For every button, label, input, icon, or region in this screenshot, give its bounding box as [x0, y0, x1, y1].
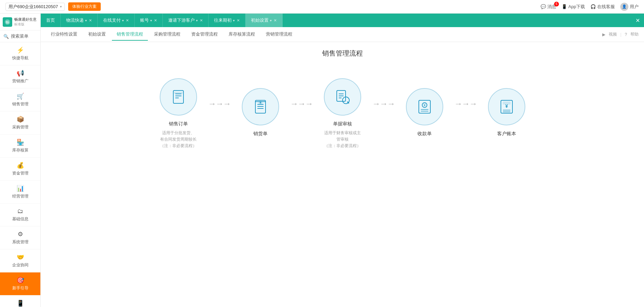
sidebar-search[interactable]: 🔍 搜索菜单: [0, 30, 40, 42]
video-help-icon: ▶: [602, 32, 605, 37]
nav-tab-chevron-5: ▾: [233, 19, 235, 22]
flow-diagram: 销售订单适用于分批发货、 有合同发货周期较长 （注：非必要流程）→→→ 销货单→…: [47, 71, 637, 163]
nav-tabs-container: 首页物流快递 ▾✕在线支付 ▾✕账号 ▾✕邀请下游客户 ▾✕往来期初 ▾✕初始设…: [41, 14, 631, 27]
nav-tab-close-5[interactable]: ✕: [237, 18, 240, 23]
enterprise-coop-icon: 🤝: [17, 253, 24, 261]
system-label: 系统管理: [12, 239, 28, 245]
sidebar-items-container: ⚡快捷导航📢营销推广🛒销售管理📦采购管理🏪库存核算💰资金管理📊经营管理🗂基础信息…: [0, 42, 40, 307]
nav-tab-chevron-4: ▾: [196, 19, 198, 22]
nav-tab-2[interactable]: 在线支付 ▾✕: [98, 14, 135, 27]
trial-button[interactable]: 体验行业方案: [68, 2, 101, 11]
close-all-tabs-button[interactable]: ✕: [631, 17, 644, 24]
nav-tab-1[interactable]: 物流快递 ▾✕: [61, 14, 98, 27]
flow-circle-customer-account: ¥: [488, 88, 525, 125]
sub-tab-6[interactable]: 营销管理流程: [261, 28, 297, 41]
user-label: 用户: [630, 4, 639, 10]
nav-tabs: 首页物流快递 ▾✕在线支付 ▾✕账号 ▾✕邀请下游客户 ▾✕往来期初 ▾✕初始设…: [41, 14, 644, 27]
nav-tab-close-4[interactable]: ✕: [200, 18, 203, 23]
marketing-label: 营销推广: [12, 78, 28, 84]
online-service-item[interactable]: 🎧 在线客服: [590, 4, 615, 10]
sub-tab-5[interactable]: 库存核算流程: [224, 28, 260, 41]
flow-step-desc-sales-order: 适用于分批发货、 有合同发货周期较长 （注：非必要流程）: [160, 130, 197, 149]
inventory-icon: 🏪: [17, 139, 24, 146]
app-layout: 畅 畅康通好生意 标准版 🔍 搜索菜单 ⚡快捷导航📢营销推广🛒销售管理📦采购管理…: [0, 14, 644, 307]
sub-tab-3[interactable]: 采购管理流程: [149, 28, 185, 41]
quick-nav-icon: ⚡: [17, 46, 24, 54]
nav-tab-chevron-3: ▾: [150, 19, 152, 22]
user-item[interactable]: 👤 用户: [620, 3, 639, 11]
sidebar-item-operation[interactable]: 📊经营管理: [0, 181, 40, 204]
sidebar-item-quick-nav[interactable]: ⚡快捷导航: [0, 42, 40, 65]
sub-tab-0[interactable]: 行业特性设置: [46, 28, 82, 41]
sub-tab-4[interactable]: 资金管理流程: [187, 28, 222, 41]
sidebar-item-system[interactable]: ⚙系统管理: [0, 226, 40, 249]
new-guide-icon: 🎯: [17, 277, 24, 284]
nav-tab-3[interactable]: 账号 ▾✕: [135, 14, 163, 27]
message-icon: 💬: [541, 4, 546, 9]
flow-step-sales-invoice[interactable]: 销货单: [233, 88, 288, 140]
nav-tab-chevron-2: ▾: [122, 19, 124, 22]
company-selector[interactable]: 用户690企业1660120507 ▾: [5, 3, 65, 11]
basic-icon: 🗂: [17, 208, 23, 215]
flow-step-audit[interactable]: 单据审核适用于财务审核或主 管审核 （注：非必要流程）: [315, 78, 370, 149]
logo-name: 畅康通好生意: [14, 17, 37, 22]
flow-arrow-1: →→→: [206, 99, 233, 108]
avatar: 👤: [620, 3, 628, 11]
sidebar-item-enterprise-coop[interactable]: 🤝企业协同: [0, 249, 40, 272]
inventory-label: 库存核算: [12, 147, 28, 153]
sidebar-item-inventory[interactable]: 🏪库存核算: [0, 135, 40, 158]
flow-arrow-2: →→→: [288, 99, 315, 108]
app-download-item[interactable]: 📱 App下载: [562, 4, 585, 10]
finance-label: 资金管理: [12, 170, 28, 176]
flow-step-receipt[interactable]: ¥ 收款单: [397, 88, 452, 140]
svg-text:畅: 畅: [6, 20, 9, 24]
flow-step-customer-account[interactable]: ¥ 客户账本: [480, 88, 534, 140]
flow-circle-audit: [324, 78, 361, 116]
nav-tab-6[interactable]: 初始设置 ▾✕: [246, 14, 282, 27]
sidebar-search-label: 搜索菜单: [11, 33, 28, 39]
app-download-icon: 📱: [562, 4, 567, 9]
marketing-icon: 📢: [17, 69, 24, 77]
sidebar-item-marketing[interactable]: 📢营销推广: [0, 65, 40, 88]
sidebar: 畅 畅康通好生意 标准版 🔍 搜索菜单 ⚡快捷导航📢营销推广🛒销售管理📦采购管理…: [0, 14, 41, 307]
flow-step-sales-order[interactable]: 销售订单适用于分批发货、 有合同发货周期较长 （注：非必要流程）: [151, 78, 206, 149]
app-center-icon: 📱: [17, 300, 24, 307]
nav-tab-close-1[interactable]: ✕: [89, 18, 92, 23]
nav-tab-close-2[interactable]: ✕: [126, 18, 129, 23]
sidebar-item-app-center[interactable]: 📱应用中心: [0, 295, 40, 307]
enterprise-coop-label: 企业协同: [12, 262, 28, 268]
operation-label: 经营管理: [12, 193, 28, 199]
page-title: 销售管理流程: [47, 49, 637, 58]
nav-tab-0[interactable]: 首页: [41, 14, 61, 27]
nav-tab-4[interactable]: 邀请下游客户 ▾✕: [163, 14, 209, 27]
message-icon-item[interactable]: 💬 消息 6: [541, 4, 556, 10]
sidebar-item-sales[interactable]: 🛒销售管理: [0, 88, 40, 111]
nav-tab-label-0: 首页: [46, 17, 55, 23]
company-name: 用户690企业1660120507: [8, 4, 58, 10]
search-icon: 🔍: [3, 34, 9, 39]
sub-tab-1[interactable]: 初始设置: [83, 28, 111, 41]
top-bar-right: 💬 消息 6 📱 App下载 🎧 在线客服 👤 用户: [541, 3, 639, 11]
nav-tab-5[interactable]: 往来期初 ▾✕: [209, 14, 246, 27]
nav-tab-close-6[interactable]: ✕: [274, 18, 277, 23]
flow-circle-sales-invoice: [242, 88, 279, 125]
flow-step-name-audit: 单据审核: [333, 121, 352, 127]
sub-tabs-container: 行业特性设置初始设置销售管理流程采购管理流程资金管理流程库存核算流程营销管理流程: [46, 28, 601, 40]
sidebar-item-purchase[interactable]: 📦采购管理: [0, 111, 40, 135]
nav-tab-close-3[interactable]: ✕: [154, 18, 157, 23]
sidebar-item-new-guide[interactable]: 🎯新手引导: [0, 272, 40, 295]
sidebar-item-basic[interactable]: 🗂基础信息: [0, 204, 40, 226]
sidebar-item-finance[interactable]: 💰资金管理: [0, 158, 40, 181]
video-label[interactable]: 视频: [609, 32, 617, 37]
sub-tab-actions: ▶ 视频 | ? 帮助: [602, 32, 639, 37]
help-label[interactable]: 帮助: [630, 32, 639, 37]
sales-label: 销售管理: [12, 101, 28, 107]
flow-step-desc-audit: 适用于财务审核或主 管审核 （注：非必要流程）: [324, 130, 361, 149]
logo-svg: 畅: [4, 19, 11, 25]
question-icon: ?: [625, 32, 627, 37]
basic-label: 基础信息: [12, 216, 28, 222]
nav-tab-label-4: 邀请下游客户: [168, 17, 195, 23]
nav-tab-label-5: 往来期初: [214, 17, 232, 23]
operation-icon: 📊: [17, 185, 24, 192]
sub-tab-2[interactable]: 销售管理流程: [112, 28, 148, 41]
